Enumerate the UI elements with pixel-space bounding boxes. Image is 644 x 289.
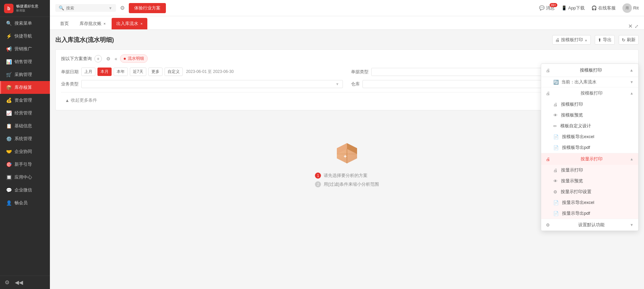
- doc-type-label: 单据类型: [351, 69, 369, 75]
- sidebar-item-members[interactable]: 👤 畅会员: [0, 196, 50, 209]
- display-print-settings-label: 按显示打印设置: [561, 189, 591, 195]
- filter-chip[interactable]: 流水明细: [120, 54, 148, 63]
- search-dropdown-icon: ▼: [109, 6, 112, 10]
- sidebar-item-quick-nav[interactable]: ⚡ 快捷导航: [0, 30, 50, 43]
- dropdown-header-chevron[interactable]: ▲: [630, 68, 634, 73]
- page-actions: 🖨 按模板打印 ▲ ⬆ 导出 ↻ 刷新: [552, 35, 639, 45]
- user-profile-item[interactable]: 用 Rit: [622, 3, 639, 13]
- sidebar-label-members: 畅会员: [14, 200, 28, 206]
- date-btn-this-year[interactable]: 本年: [114, 68, 128, 76]
- sidebar-label-base-info: 基础信息: [14, 123, 32, 129]
- app-name-block: 畅捷通好生意 标准版: [16, 4, 38, 13]
- display-print-item[interactable]: 🖨 按显示打印: [541, 165, 638, 176]
- sidebar-item-marketing[interactable]: 📢 营销推广: [0, 43, 50, 55]
- template-pdf-icon: 📄: [553, 145, 559, 150]
- date-btn-more[interactable]: 更多: [148, 68, 163, 76]
- business-type-label: 业务类型: [61, 81, 79, 87]
- tab-home-label: 首页: [60, 21, 69, 27]
- filter-collapse-btn[interactable]: «: [115, 56, 117, 61]
- notification-item[interactable]: 💬 消息 99+: [539, 5, 555, 11]
- sidebar-logo: b 畅捷通好生意 标准版: [0, 0, 50, 17]
- template-preview-item[interactable]: 👁 按模板预览: [541, 110, 638, 121]
- sidebar-item-operations[interactable]: 📈 经营管理: [0, 107, 50, 120]
- window-close-icon[interactable]: ✕: [628, 23, 633, 29]
- filter-settings-icon[interactable]: ⚙: [105, 55, 112, 62]
- display-print-section-header[interactable]: 🖨 按显示打印 ▲: [541, 153, 638, 165]
- display-settings-icon: ⚙: [553, 189, 557, 194]
- sidebar-item-sales[interactable]: 📊 销售管理: [0, 55, 50, 68]
- date-btn-this-month[interactable]: 本月: [97, 68, 112, 76]
- template-design-icon: ✏: [553, 124, 557, 129]
- sidebar-item-enterprise-wx[interactable]: 💬 企业微信: [0, 184, 50, 196]
- sidebar-item-base-info[interactable]: 📋 基础信息: [0, 120, 50, 132]
- date-btn-last-month[interactable]: 上月: [81, 68, 95, 76]
- display-export-excel-item[interactable]: 📄 按显示导出excel: [541, 197, 638, 208]
- template-export-excel-item[interactable]: 📄 按模板导出excel: [541, 131, 638, 142]
- sidebar-item-app-center[interactable]: 🔲 应用中心: [0, 171, 50, 184]
- topbar-search-box[interactable]: 🔍 ▼: [55, 4, 116, 12]
- sidebar-item-finance[interactable]: 💰 资金管理: [0, 94, 50, 107]
- sidebar-item-inventory[interactable]: 📦 库存核算: [0, 81, 50, 94]
- display-export-pdf-item[interactable]: 📄 按显示导出pdf: [541, 208, 638, 219]
- display-section-label: 按显示打印: [581, 156, 603, 162]
- settings-bottom-icon[interactable]: ⚙: [5, 279, 9, 286]
- refresh-icon: ↻: [622, 37, 625, 43]
- display-preview-item[interactable]: 👁 按显示预览: [541, 176, 638, 186]
- empty-step-1: 1 请先选择要分析的方案: [315, 173, 379, 179]
- collapse-sidebar-icon[interactable]: ◀◀: [15, 279, 23, 286]
- filter-add-btn[interactable]: +: [94, 55, 102, 62]
- sidebar-item-purchase[interactable]: 🛒 采购管理: [0, 68, 50, 81]
- sidebar-item-cooperation[interactable]: 🤝 企业协同: [0, 145, 50, 158]
- template-print-section-header[interactable]: 🖨 按模板打印 ▲: [541, 87, 638, 99]
- app-download-item[interactable]: 📱 App下载: [561, 5, 585, 11]
- business-type-select[interactable]: ▼: [81, 80, 343, 88]
- online-service-item[interactable]: 🎧 在线客服: [591, 5, 616, 11]
- export-btn[interactable]: ⬆ 导出: [595, 35, 615, 45]
- tab-inventory-batch-close[interactable]: ×: [104, 22, 106, 26]
- enterprise-wx-icon: 💬: [6, 187, 12, 193]
- display-print-settings-item[interactable]: ⚙ 按显示打印设置: [541, 186, 638, 197]
- date-btn-custom[interactable]: 自定义: [165, 68, 183, 76]
- online-service-label: 在线客服: [598, 5, 616, 11]
- marketing-icon: 📢: [6, 46, 12, 52]
- date-separator: 至: [208, 69, 213, 74]
- search-input[interactable]: [66, 6, 107, 10]
- template-preview-icon: 👁: [553, 113, 558, 118]
- filter-label: 按以下方案查询: [61, 56, 92, 62]
- step-1-num: 1: [315, 173, 321, 179]
- sidebar-label-system: 系统管理: [14, 136, 32, 142]
- template-section-chevron: ▲: [630, 91, 634, 95]
- display-print-section: 🖨 按显示打印 ▲ 🖨 按显示打印 👁 按显示预览 ⚙ 按显示打印设置: [541, 153, 638, 219]
- template-print-section: 🖨 按模板打印 ▲ 🖨 按模板打印 👁 按模板预览 ✏ 模板自定义设计: [541, 87, 638, 153]
- display-export-excel-label: 按显示导出excel: [562, 200, 594, 206]
- display-preview-icon: 👁: [553, 179, 558, 184]
- date-btn-7days[interactable]: 近7天: [130, 68, 146, 76]
- sidebar-item-search[interactable]: 🔍 搜索菜单: [0, 17, 50, 30]
- topbar-search-icon: 🔍: [59, 5, 64, 10]
- page-content: 出入库流水(流水明细) 🖨 按模板打印 ▲ ⬆ 导出 ↻ 刷新: [50, 30, 644, 289]
- template-print-item[interactable]: 🖨 按模板打印: [541, 99, 638, 110]
- purchase-icon: 🛒: [6, 72, 12, 78]
- sidebar-label-search: 搜索菜单: [14, 20, 32, 26]
- display-section-icon: 🖨: [546, 157, 550, 162]
- template-export-pdf-item[interactable]: 📄 按模板导出pdf: [541, 142, 638, 153]
- tab-inventory-flow[interactable]: 出入库流水 ×: [112, 18, 147, 29]
- tab-home[interactable]: 首页: [55, 18, 74, 29]
- refresh-btn[interactable]: ↻ 刷新: [619, 35, 639, 45]
- sidebar-item-system[interactable]: ⚙️ 系统管理: [0, 132, 50, 145]
- trial-btn[interactable]: 体验行业方案: [129, 3, 166, 13]
- template-design-item[interactable]: ✏ 模板自定义设计: [541, 121, 638, 131]
- step-2-num: 2: [315, 181, 321, 187]
- settings-default-item[interactable]: ⚙ 设置默认功能 ▼: [541, 219, 638, 231]
- quick-nav-icon: ⚡: [6, 33, 12, 39]
- step-1-text: 请先选择要分析的方案: [324, 173, 368, 179]
- tab-inventory-flow-close[interactable]: ×: [140, 22, 142, 26]
- template-print-btn[interactable]: 🖨 按模板打印 ▲: [552, 35, 591, 45]
- topbar-gear-icon[interactable]: ⚙: [120, 5, 125, 11]
- sidebar-item-guide[interactable]: 🎯 新手引导: [0, 158, 50, 171]
- window-expand-icon[interactable]: ⤢: [635, 24, 639, 29]
- display-print-label: 按显示打印: [561, 167, 583, 173]
- tab-inventory-batch[interactable]: 库存批次账 ×: [75, 18, 110, 29]
- notification-badge: 99+: [550, 3, 557, 7]
- sidebar-label-operations: 经营管理: [14, 110, 32, 116]
